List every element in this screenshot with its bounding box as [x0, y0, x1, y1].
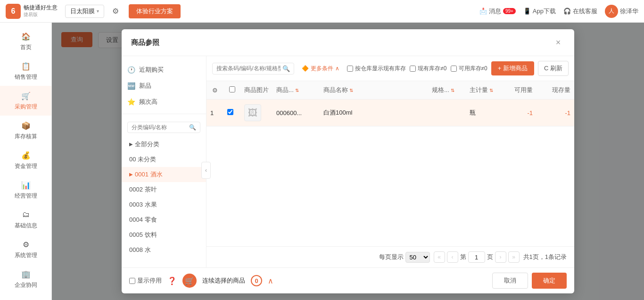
th-unit[interactable]: 主计量 ⇅ — [466, 81, 499, 100]
prev-page-button[interactable]: ‹ — [447, 251, 458, 263]
category-label-0001: 0001 酒水 — [135, 170, 163, 179]
mobile-icon: 📱 — [523, 8, 531, 15]
sidebar-item-purchase[interactable]: 🛒 采购管理 — [0, 86, 51, 116]
product-search-input[interactable] — [216, 65, 281, 72]
frequent-nav-icon: ⭐ — [127, 98, 135, 106]
row-checkbox-0[interactable] — [223, 100, 240, 126]
sidebar-item-home[interactable]: 🏠 首页 — [0, 26, 51, 56]
online-service-item[interactable]: 🎧 在线客服 — [563, 7, 597, 16]
add-product-button[interactable]: + 新增商品 — [491, 61, 534, 75]
product-thumb-0: 🖼 — [244, 104, 261, 121]
app-download-item[interactable]: 📱 App下载 — [523, 7, 556, 16]
close-button[interactable]: × — [552, 36, 565, 49]
category-item-0001[interactable]: ▶0001 酒水 — [122, 167, 206, 182]
help-icon[interactable]: ❓ — [167, 276, 177, 285]
table-row[interactable]: 1 🖼 000600... 白酒100ml 瓶 -1 -1 — [206, 100, 574, 126]
logo-icon: 6 — [6, 4, 21, 19]
category-label-0004: 0004 零食 — [129, 216, 157, 224]
th-checkbox[interactable] — [223, 81, 240, 100]
sort-name-icon: ⇅ — [349, 88, 353, 93]
category-item-0008[interactable]: 0008 水 — [122, 242, 206, 258]
category-item-0002[interactable]: 0002 茶叶 — [122, 182, 206, 197]
modal-title: 商品参照 — [131, 38, 159, 47]
sidebar-item-enterprise[interactable]: 🏢 企业协同 — [0, 264, 51, 294]
user-item[interactable]: 人 徐泽华 — [605, 5, 638, 18]
logo-area: 6 畅捷通好生意 捷易版 — [6, 4, 58, 19]
available-nonzero-checkbox[interactable]: 可用库存≠0 — [451, 65, 487, 73]
modal-toolbar: 🔍 🔶 更多条件 ∧ 按仓库显示现有库存 — [206, 56, 574, 81]
page-nav: « ‹ 第 页 › » — [434, 251, 520, 263]
category-item-0004[interactable]: 0004 零食 — [122, 212, 206, 227]
category-search-input[interactable] — [132, 124, 187, 131]
left-nav-new[interactable]: 🆕 新品 — [122, 78, 206, 94]
confirm-button[interactable]: 确定 — [532, 273, 567, 289]
th-code[interactable]: 商品... ⇅ — [272, 81, 320, 100]
expand-icon: ▶ — [129, 172, 133, 177]
stock-nonzero-checkbox[interactable]: 现有库存≠0 — [410, 65, 446, 73]
cart-icon[interactable]: 🛒 — [182, 274, 197, 288]
avatar: 人 — [605, 5, 618, 18]
sidebar-label-home: 首页 — [20, 43, 32, 51]
left-nav-recent[interactable]: 🕐 近期购买 — [122, 62, 206, 78]
sort-code-icon: ⇅ — [295, 88, 299, 93]
page-size-dropdown[interactable]: 50 10 20 100 — [405, 252, 430, 263]
sidebar-item-business[interactable]: 📊 经营管理 — [0, 175, 51, 205]
main-content: 查询 设置 刷新 商品参照 × 🕐 近期购买 🆕 新品 — [52, 23, 644, 300]
message-item[interactable]: 📩 消息 99+ — [479, 7, 516, 16]
nav-cta-button[interactable]: 体验行业方案 — [129, 4, 181, 18]
th-available: 可用量 — [499, 81, 537, 100]
app-layout: 🏠 首页 📋 销售管理 🛒 采购管理 📦 库存核算 💰 资金管理 📊 经营管理 … — [0, 23, 644, 300]
filter-button[interactable]: 🔶 更多条件 ∧ — [298, 63, 343, 75]
category-label-00: 00 未分类 — [129, 155, 156, 164]
page-size-select[interactable]: 每页显示 50 10 20 100 — [379, 252, 430, 263]
category-item-00[interactable]: 00 未分类 — [122, 152, 206, 167]
page-input[interactable] — [468, 251, 485, 263]
table-header-row: ⚙ 商品图片 商品... ⇅ — [206, 81, 574, 100]
category-search-box[interactable]: 🔍 — [127, 122, 200, 133]
category-label-all: 全部分类 — [135, 140, 159, 149]
left-nav-label-new: 新品 — [139, 82, 151, 90]
sidebar-item-system[interactable]: ⚙ 系统管理 — [0, 234, 51, 264]
toolbar-refresh-button[interactable]: C 刷新 — [538, 61, 569, 76]
category-label-0010: 0010 家电 — [129, 261, 157, 262]
cart-label: 连续选择的商品 — [202, 276, 245, 285]
modal-overlay: 商品参照 × 🕐 近期购买 🆕 新品 ⭐ 频次高 ‹ — [52, 23, 644, 300]
row-num-0: 1 — [206, 100, 223, 126]
sidebar-item-sales[interactable]: 📋 销售管理 — [0, 56, 51, 86]
th-name[interactable]: 商品名称 ⇅ — [320, 81, 428, 100]
purchase-icon: 🛒 — [21, 91, 31, 101]
select-all-checkbox[interactable] — [229, 86, 235, 92]
sidebar-item-inventory[interactable]: 📦 库存核算 — [0, 116, 51, 145]
finance-icon: 💰 — [21, 150, 31, 160]
row-stock-0: -1 — [537, 100, 574, 126]
warehouse-checkbox[interactable]: 按仓库显示现有库存 — [347, 65, 406, 73]
left-nav-label-frequent: 频次高 — [139, 98, 157, 106]
sidebar-item-finance[interactable]: 💰 资金管理 — [0, 145, 51, 175]
nav-selector[interactable]: 日太阳膜 ▾ — [65, 5, 104, 18]
product-search-icon: 🔍 — [282, 65, 290, 72]
collapse-panel-button[interactable]: ‹ — [201, 162, 211, 179]
sidebar-item-basic[interactable]: 🗂 基础信息 — [0, 205, 51, 234]
category-item-all[interactable]: ▶全部分类 — [122, 137, 206, 152]
page-unit: 页 — [487, 253, 493, 261]
row-available-0: -1 — [499, 100, 537, 126]
show-disabled-checkbox[interactable]: 显示停用 — [129, 276, 162, 285]
gear-icon[interactable]: ⚙ — [108, 4, 123, 19]
first-page-button[interactable]: « — [434, 251, 445, 263]
sidebar-label-purchase: 采购管理 — [15, 103, 37, 111]
category-item-0005[interactable]: 0005 饮料 — [122, 227, 206, 242]
category-item-0003[interactable]: 0003 水果 — [122, 197, 206, 212]
product-search-wrap[interactable]: 🔍 — [212, 63, 294, 75]
last-page-button[interactable]: » — [508, 251, 520, 263]
filter-arrow-icon: ∧ — [335, 65, 339, 72]
category-label-0008: 0008 水 — [129, 246, 151, 254]
th-spec[interactable]: 规格... ⇅ — [428, 81, 466, 100]
th-settings[interactable]: ⚙ — [206, 81, 223, 100]
footer-left: 显示停用 — [129, 276, 162, 285]
next-page-button[interactable]: › — [495, 251, 506, 263]
collapse-footer-button[interactable]: ∧ — [268, 276, 273, 285]
category-item-0010[interactable]: 0010 家电 — [122, 258, 206, 262]
cancel-button[interactable]: 取消 — [492, 273, 528, 289]
left-nav-frequent[interactable]: ⭐ 频次高 — [122, 94, 206, 110]
sidebar-item-guide[interactable]: 📖 新手引导 — [0, 294, 51, 300]
